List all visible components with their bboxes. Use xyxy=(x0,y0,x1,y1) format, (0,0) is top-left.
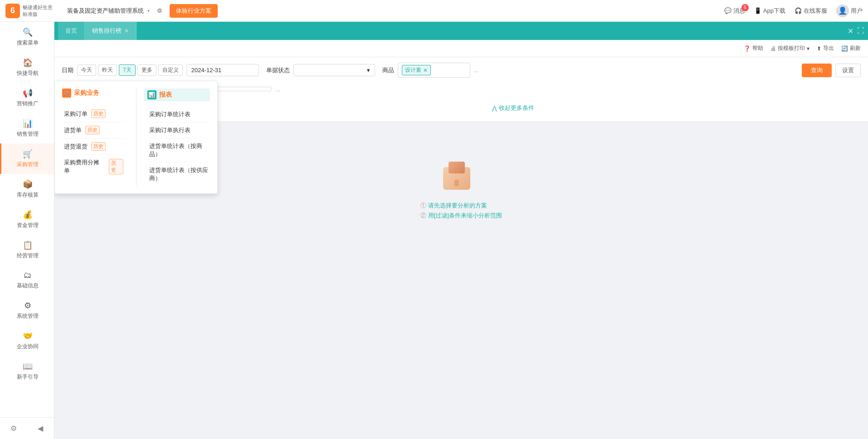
sidebar-collapse-btn[interactable]: ◀ xyxy=(27,421,54,435)
tab-close-icon[interactable]: ✕ xyxy=(124,28,129,34)
menu-col-report-title: 📊 报表 xyxy=(144,89,210,101)
sidebar-item-operation[interactable]: 📋 经营管理 xyxy=(0,235,54,265)
purchase-col-icon: 🛒 xyxy=(62,89,71,98)
collapse-btn[interactable]: ⋀ 收起更多条件 xyxy=(492,100,534,116)
avatar: 👤 xyxy=(836,5,849,17)
sidebar-item-finance[interactable]: 💰 资金管理 xyxy=(0,204,54,235)
collapse-icon: ⋀ xyxy=(492,105,497,112)
tab-sales-rank[interactable]: 销售排行榜 ✕ xyxy=(85,22,137,40)
system-title: 装备及固定资产辅助管理系统 xyxy=(67,7,144,15)
phone-icon: 📱 xyxy=(754,7,761,14)
help-icon: ❓ xyxy=(744,45,751,52)
goods-label: 商品 xyxy=(382,66,394,74)
search-icon: 🔍 xyxy=(23,27,33,37)
layout: 🔍 搜索菜单 🏠 快捷导航 📢 营销推广 📊 销售管理 🛒 采购管理 📦 库存核… xyxy=(0,22,868,439)
history-tag-purchase-expense: 历史 xyxy=(109,159,123,174)
menu-col-report: 📊 报表 采购订单统计表 采购订单执行表 进货单统计表（按商品） xyxy=(147,89,210,186)
tab-close-btn[interactable]: ✕ xyxy=(848,27,853,35)
print-btn[interactable]: 🖨 按模板打印 ▾ xyxy=(770,44,809,52)
sidebar-item-basic[interactable]: 🗂 基础信息 xyxy=(0,265,54,295)
sidebar-settings-btn[interactable]: ⚙ xyxy=(0,421,27,435)
menu-item-purchase-order[interactable]: 采购订单 历史 xyxy=(62,106,125,122)
online-service-btn[interactable]: 🎧 在线客服 xyxy=(795,7,827,15)
empty-icon xyxy=(439,158,484,194)
tab-maximize-btn[interactable]: ⛶ xyxy=(857,27,864,35)
home-icon: 🏠 xyxy=(23,58,33,68)
date-chip-7days[interactable]: 7天 xyxy=(119,64,136,76)
date-chip-yesterday[interactable]: 昨天 xyxy=(98,64,117,76)
refresh-icon: 🔄 xyxy=(841,45,848,52)
help-btn[interactable]: ❓ 帮助 xyxy=(744,44,763,52)
menu-col-purchase: 🛒 采购业务 采购订单 历史 进货单 历史 进货退货 xyxy=(62,89,125,186)
date-range-input[interactable]: 2024-12-31 xyxy=(186,64,259,76)
goods-dots-btn[interactable]: ... xyxy=(474,67,479,74)
industry-btn[interactable]: 体验行业方案 xyxy=(170,4,218,18)
sidebar: 🔍 搜索菜单 🏠 快捷导航 📢 营销推广 📊 销售管理 🛒 采购管理 📦 库存核… xyxy=(0,22,54,439)
tabbar-right: ✕ ⛶ xyxy=(848,27,864,35)
menu-item-stock-stat-supplier[interactable]: 进货单统计表（按供应商） xyxy=(147,163,210,186)
salesperson-dots-btn[interactable]: ... xyxy=(275,86,280,93)
cart-icon: 🛒 xyxy=(23,149,33,159)
topbar: 6 畅捷通好生意 标准版 装备及固定资产辅助管理系统 ▾ ⚙ 体验行业方案 💬 … xyxy=(0,0,868,22)
sidebar-item-enterprise[interactable]: 🤝 企业协同 xyxy=(0,326,54,356)
print-dropdown-icon[interactable]: ▾ xyxy=(807,45,809,52)
voucher-status-filter: 单据状态 ▾ xyxy=(266,64,375,76)
sidebar-item-marketing[interactable]: 📢 营销推广 xyxy=(0,83,54,113)
date-label: 日期 xyxy=(62,66,73,74)
date-chip-today[interactable]: 今天 xyxy=(77,64,96,76)
topbar-right: 💬 消息 6 📱 App下载 🎧 在线客服 👤 用户 xyxy=(724,5,863,17)
date-chip-custom[interactable]: 自定义 xyxy=(158,64,183,76)
logo: 6 畅捷通好生意 标准版 xyxy=(5,4,60,18)
history-tag-purchase-order: 历史 xyxy=(91,109,106,118)
history-tag-stock-return: 历史 xyxy=(91,142,106,151)
sidebar-bottom: ⚙ ◀ xyxy=(0,417,54,439)
history-tag-stock-in: 历史 xyxy=(85,126,100,134)
report-col-icon: 📊 xyxy=(147,90,156,99)
sidebar-item-system[interactable]: ⚙ 系统管理 xyxy=(0,295,54,326)
voucher-status-select[interactable]: ▾ xyxy=(293,64,375,76)
sidebar-item-newguide[interactable]: 📖 新手引导 xyxy=(0,356,54,386)
sidebar-item-sales[interactable]: 📊 销售管理 xyxy=(0,113,54,143)
filter-row-1: 日期 今天 昨天 7天 更多 自定义 2024-12-31 xyxy=(62,63,861,78)
menu-inner: 🛒 采购业务 采购订单 历史 进货单 历史 进货退货 xyxy=(62,89,210,186)
clipboard-icon: 📋 xyxy=(23,240,33,250)
menu-item-stock-stat-goods[interactable]: 进货单统计表（按商品） xyxy=(147,138,210,163)
tab-home[interactable]: 首页 xyxy=(58,22,85,40)
refresh-btn[interactable]: 🔄 刷新 xyxy=(841,44,861,52)
user-btn[interactable]: 👤 用户 xyxy=(836,5,863,17)
goods-tag-close-icon[interactable]: ✕ xyxy=(423,67,428,74)
voucher-status-label: 单据状态 xyxy=(266,66,290,74)
settings-icon[interactable]: ⚙ xyxy=(153,5,166,17)
menu-item-purchase-order-exec[interactable]: 采购订单执行表 xyxy=(147,123,210,138)
app-download-btn[interactable]: 📱 App下载 xyxy=(754,7,785,15)
folder-icon: 🗂 xyxy=(24,271,32,280)
export-btn[interactable]: ⬆ 导出 xyxy=(817,44,834,52)
menu-col-purchase-title: 🛒 采购业务 xyxy=(62,89,125,100)
sidebar-item-search[interactable]: 🔍 搜索菜单 xyxy=(0,22,54,52)
empty-text: ① 请先选择要分析的方案 ② 用[过滤]条件来缩小分析范围 xyxy=(420,200,502,222)
goods-filter: 商品 设计素 ✕ ... xyxy=(382,63,479,78)
date-chip-more[interactable]: 更多 xyxy=(137,64,156,76)
menu-item-stock-return[interactable]: 进货退货 历史 xyxy=(62,138,125,155)
main: 首页 销售排行榜 ✕ ✕ ⛶ ❓ 帮助 🖨 xyxy=(54,22,868,439)
sidebar-item-inventory[interactable]: 📦 库存核算 xyxy=(0,174,54,204)
set-btn[interactable]: 设置 xyxy=(835,64,861,77)
dropdown-arrow-icon[interactable]: ▾ xyxy=(147,8,150,13)
tabbar: 首页 销售排行榜 ✕ ✕ ⛶ xyxy=(54,22,868,40)
message-btn[interactable]: 💬 消息 6 xyxy=(724,7,745,15)
money-icon: 💰 xyxy=(23,210,33,220)
date-chips: 今天 昨天 7天 更多 自定义 xyxy=(77,64,183,76)
menu-item-stock-in[interactable]: 进货单 历史 xyxy=(62,122,125,138)
sidebar-item-purchase[interactable]: 🛒 采购管理 xyxy=(0,143,54,174)
print-icon: 🖨 xyxy=(770,45,776,52)
sidebar-item-quicknav[interactable]: 🏠 快捷导航 xyxy=(0,52,54,83)
select-dropdown-icon: ▾ xyxy=(367,67,370,74)
content: ❓ 帮助 🖨 按模板打印 ▾ ⬆ 导出 🔄 刷新 xyxy=(54,40,868,439)
menu-item-purchase-expense[interactable]: 采购费用分摊单 历史 xyxy=(62,155,125,178)
book-icon: 📖 xyxy=(23,361,33,371)
message-icon: 💬 xyxy=(724,7,731,14)
query-btn[interactable]: 查询 xyxy=(802,64,832,77)
menu-item-purchase-order-stat[interactable]: 采购订单统计表 xyxy=(147,107,210,123)
goods-tag: 设计素 ✕ xyxy=(402,65,431,75)
gear-icon: ⚙ xyxy=(24,301,31,311)
